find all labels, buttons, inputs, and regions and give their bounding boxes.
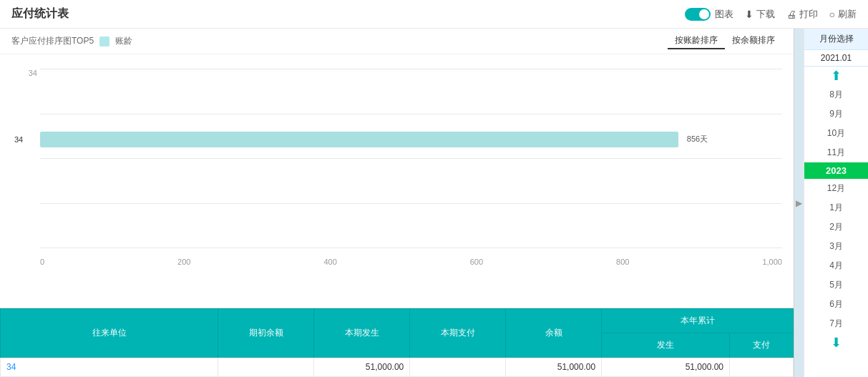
x-label-1: 200 <box>177 258 190 266</box>
main-content: 客户应付排序图TOP5 账龄 按账龄排序 按余额排序 34 <box>0 29 868 377</box>
td-col2-0 <box>218 358 314 377</box>
sidebar-month-10[interactable]: 6月 <box>804 295 868 314</box>
chart-x-axis: 02004006008001,000 <box>40 255 782 269</box>
x-label-4: 800 <box>616 258 629 266</box>
print-button[interactable]: 🖨 打印 <box>786 8 818 21</box>
td-col6b-0 <box>730 358 794 377</box>
download-icon: ⬇ <box>745 9 754 20</box>
legend-color-label: 账龄 <box>115 35 132 47</box>
sidebar-year-input[interactable] <box>804 50 868 67</box>
table-area: 往来单位 期初余额 本期发生 本期支付 余额 本年累计 发生 支付 <box>0 308 794 377</box>
sort-by-amount-btn[interactable]: 按余额排序 <box>725 33 782 49</box>
page-title: 应付统计表 <box>11 6 69 21</box>
chart-area: 客户应付排序图TOP5 账龄 按账龄排序 按余额排序 34 <box>0 29 794 377</box>
sidebar-month-0[interactable]: 8月 <box>804 85 868 104</box>
sidebar-month-list: ⬆ 8月9月10月11月202312月1月2月3月4月5月6月7月 ⬇ <box>804 67 868 377</box>
chart-toggle[interactable]: 图表 <box>685 8 733 21</box>
td-col3-0: 51,000.00 <box>314 358 410 377</box>
table-row: 3451,000.0051,000.0051,000.00 <box>1 358 794 377</box>
bar-value-0: 856天 <box>687 134 708 145</box>
legend-label: 客户应付排序图TOP5 <box>11 35 94 47</box>
bar-chart-wrapper: 34 34856天 0200 <box>0 54 794 308</box>
th-balance: 余额 <box>506 309 602 358</box>
bar-chart: 34 34856天 0200 <box>11 62 782 269</box>
toggle-track[interactable] <box>685 8 711 21</box>
sort-buttons: 按账龄排序 按余额排序 <box>668 33 782 49</box>
x-label-5: 1,000 <box>762 258 782 266</box>
td-col5-0: 51,000.00 <box>506 358 602 377</box>
sidebar-year-marker: 2023 <box>804 162 868 179</box>
sidebar-month-4[interactable]: 12月 <box>804 179 868 198</box>
sidebar-month-6[interactable]: 2月 <box>804 217 868 237</box>
sidebar: 月份选择 ⬆ 8月9月10月11月202312月1月2月3月4月5月6月7月 ⬇ <box>804 29 868 377</box>
sidebar-collapse-arrow[interactable]: ▶ <box>794 29 804 377</box>
th-period-occur: 本期发生 <box>314 309 410 358</box>
sidebar-month-2[interactable]: 10月 <box>804 124 868 143</box>
chart-y-axis: 34 <box>11 69 40 248</box>
sidebar-month-1[interactable]: 9月 <box>804 104 868 124</box>
td-col4-0 <box>410 358 506 377</box>
sidebar-month-5[interactable]: 1月 <box>804 198 868 217</box>
th-ytd-pay: 支付 <box>730 333 794 358</box>
sort-by-account-btn[interactable]: 按账龄排序 <box>668 33 725 49</box>
download-button[interactable]: ⬇ 下载 <box>745 8 775 21</box>
th-opening-balance: 期初余额 <box>218 309 314 358</box>
refresh-button[interactable]: ○ 刷新 <box>829 8 857 21</box>
chart-bars: 34856天 <box>40 69 782 248</box>
sidebar-month-9[interactable]: 5月 <box>804 275 868 295</box>
sidebar-header-label: 月份选择 <box>804 29 868 50</box>
th-unit: 往来单位 <box>1 309 218 358</box>
data-table: 往来单位 期初余额 本期发生 本期支付 余额 本年累计 发生 支付 <box>0 308 794 377</box>
chart-toggle-label: 图表 <box>715 8 733 21</box>
chevron-right-icon: ▶ <box>796 198 802 208</box>
y-label-34: 34 <box>29 69 37 77</box>
x-label-0: 0 <box>40 258 44 266</box>
chart-header: 客户应付排序图TOP5 账龄 按账龄排序 按余额排序 <box>0 29 794 54</box>
x-label-3: 600 <box>470 258 483 266</box>
sidebar-month-3[interactable]: 11月 <box>804 143 868 162</box>
print-icon: 🖨 <box>786 9 796 20</box>
sidebar-month-11[interactable]: 7月 <box>804 314 868 333</box>
legend-color-box <box>99 36 109 46</box>
unit-link-0[interactable]: 34 <box>6 362 16 372</box>
toggle-thumb <box>699 9 709 19</box>
bar-row-0: 34856天 <box>40 132 782 147</box>
header-actions: 图表 ⬇ 下载 🖨 打印 ○ 刷新 <box>685 8 857 21</box>
sidebar-down-arrow[interactable]: ⬇ <box>804 333 868 352</box>
print-label: 打印 <box>799 8 818 21</box>
refresh-label: 刷新 <box>838 8 857 21</box>
bar-label-0: 34 <box>14 135 23 144</box>
chart-legend: 客户应付排序图TOP5 账龄 <box>11 35 132 47</box>
gridline-bottom <box>40 248 782 248</box>
sidebar-up-arrow[interactable]: ⬆ <box>804 67 868 85</box>
bar-fill-0 <box>40 132 678 147</box>
refresh-icon: ○ <box>829 9 835 20</box>
sidebar-month-8[interactable]: 4月 <box>804 256 868 275</box>
sidebar-month-7[interactable]: 3月 <box>804 237 868 256</box>
th-ytd-occur: 发生 <box>602 333 730 358</box>
td-col6a-0: 51,000.00 <box>602 358 730 377</box>
th-period-pay: 本期支付 <box>410 309 506 358</box>
td-unit-0: 34 <box>1 358 218 377</box>
download-label: 下载 <box>756 8 775 21</box>
th-ytd-group: 本年累计 <box>602 309 794 333</box>
header: 应付统计表 图表 ⬇ 下载 🖨 打印 ○ 刷新 <box>0 0 868 29</box>
x-label-2: 400 <box>323 258 336 266</box>
